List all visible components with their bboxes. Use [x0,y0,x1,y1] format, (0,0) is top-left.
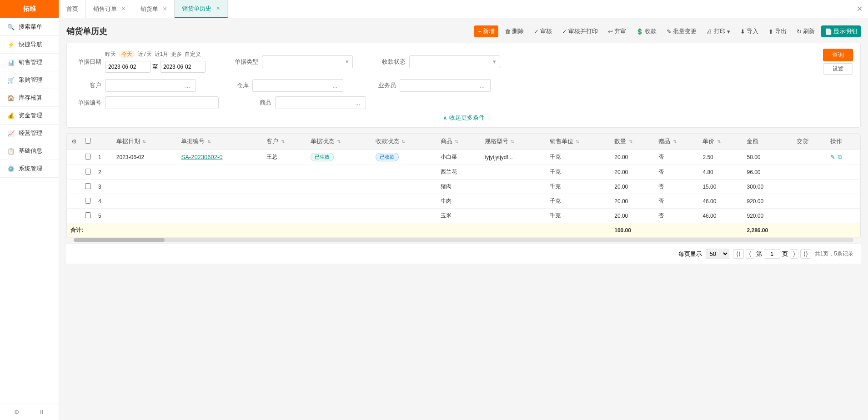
salesperson-input[interactable] [404,82,478,89]
date-quick-today[interactable]: 今天 [119,50,135,58]
th-gift[interactable]: 赠品 ⇅ [655,134,699,150]
sidebar-settings-icon[interactable]: ⚙ [14,409,20,415]
collapse-button[interactable]: ∧ 收起更多条件 [443,114,485,122]
page-prev-button[interactable]: ⟨ [746,249,754,259]
doc-type-input-wrap[interactable]: ▾ [262,55,353,68]
gear-icon[interactable]: ⚙ [71,138,77,145]
tab-sales-order-close[interactable]: ✕ [121,6,125,12]
settings-button[interactable]: 设置 [823,63,853,75]
tab-home[interactable]: 首页 [59,0,86,18]
date-quick-7days[interactable]: 近7天 [138,50,152,58]
warehouse-input-wrap[interactable]: ... [252,79,343,92]
batch-change-label: 批量变更 [673,27,697,35]
th-doc-status[interactable]: 单据状态 ⇅ [307,134,372,150]
tab-sales-goods[interactable]: 销货单 ✕ [133,0,175,18]
page-number-input[interactable] [764,249,780,259]
goods-input[interactable] [279,100,353,106]
row-customer: 王总 [263,150,307,165]
salesperson-input-wrap[interactable]: ... [400,79,491,92]
th-spec[interactable]: 规格型号 ⇅ [481,134,546,150]
import-button[interactable]: ⬇ 导入 [737,25,762,37]
th-doc-no[interactable]: 单据编号 ⇅ [177,134,263,150]
print-label: 打印 [714,27,726,35]
payment-status-input-wrap[interactable]: ▾ [409,55,500,68]
th-customer[interactable]: 客户 ⇅ [263,134,307,150]
row-goods: 猪肉 [437,180,481,194]
goods-ellipsis[interactable]: ... [353,100,362,106]
row-goods: 牛肉 [437,194,481,209]
refresh-button[interactable]: ↻ 刷新 [793,25,818,37]
sidebar-item-operations-mgmt[interactable]: 📈 经营管理 [0,125,59,142]
date-quick-more[interactable]: 更多 [171,50,182,58]
audit-print-button[interactable]: ✓ 审核并打印 [558,25,602,37]
customer-input[interactable] [109,82,183,89]
sidebar-collapse-icon[interactable]: ⏸ [39,409,45,415]
page-last-button[interactable]: ⟩⟩ [800,249,811,259]
page-size-select[interactable]: 20 50 100 [706,249,729,259]
row-checkbox[interactable] [85,198,91,204]
add-button[interactable]: + 新增 [474,25,498,37]
row-unit-price: 4.80 [699,165,743,180]
th-doc-date[interactable]: 单据日期 ⇅ [113,134,178,150]
row-amount: 920.00 [743,194,793,209]
sidebar-item-purchase-mgmt[interactable]: 🛒 采购管理 [0,71,59,89]
th-unit-price[interactable]: 单价 ⇅ [699,134,743,150]
th-unit[interactable]: 销售单位 ⇅ [546,134,611,150]
sidebar-item-sales-mgmt[interactable]: 📊 销售管理 [0,54,59,71]
show-detail-label: 显示明细 [833,27,857,35]
tab-sales-history[interactable]: 销货单历史 ✕ [175,0,228,18]
th-qty[interactable]: 数量 ⇅ [611,134,655,150]
customer-ellipsis[interactable]: ... [183,82,192,89]
salesperson-label: 业务员 [369,81,396,90]
select-all-checkbox[interactable] [85,138,91,144]
payment-status-input[interactable] [413,59,493,65]
tab-sales-order-label: 销售订单 [93,5,117,13]
tab-sales-goods-close[interactable]: ✕ [163,6,167,12]
doc-no-input[interactable] [105,96,219,109]
date-from-input[interactable] [105,61,151,73]
audit-button[interactable]: ✓ 审核 [530,25,556,37]
sidebar-item-basic-info[interactable]: 📋 基础信息 [0,142,59,160]
customer-input-wrap[interactable]: ... [105,79,196,92]
summary-empty5 [827,223,860,238]
date-quick-custom[interactable]: 自定义 [185,50,201,58]
sidebar-item-system-mgmt[interactable]: ⚙️ 系统管理 [0,160,59,178]
sidebar-item-search-menu[interactable]: 🔍 搜索菜单 [0,18,59,36]
row-checkbox[interactable] [85,154,91,160]
row-edit-btn[interactable]: ✎ [830,154,835,161]
date-quick-1month[interactable]: 近1月 [155,50,169,58]
print-button[interactable]: 🖨 打印 ▾ [703,25,734,37]
row-checkbox[interactable] [85,183,91,189]
salesperson-ellipsis[interactable]: ... [478,82,487,89]
th-goods[interactable]: 商品 ⇅ [437,134,481,150]
tab-sales-history-close[interactable]: ✕ [216,5,220,11]
batch-change-button[interactable]: ✎ 批量变更 [663,25,700,37]
row-copy-btn[interactable]: ⧉ [838,154,842,161]
page-next-button[interactable]: ⟩ [790,249,798,259]
show-detail-button[interactable]: 📄 显示明细 [821,25,861,37]
date-quick-yesterday[interactable]: 昨天 [105,50,116,58]
abandon-button[interactable]: ↩ 弃审 [604,25,630,37]
collect-button[interactable]: 💲 收款 [632,25,660,37]
warehouse-input[interactable] [256,82,331,89]
close-all-tabs[interactable]: ✕ [851,5,868,13]
sidebar-item-quick-nav[interactable]: ⚡ 快捷导航 [0,36,59,54]
export-button[interactable]: ⬆ 导出 [765,25,790,37]
doc-no-link[interactable]: SA-20230602-0 [181,154,222,160]
date-to-input[interactable] [160,61,206,73]
show-detail-icon: 📄 [825,28,832,35]
page-first-button[interactable]: ⟨⟨ [733,249,744,259]
warehouse-ellipsis[interactable]: ... [331,82,339,89]
goods-input-wrap[interactable]: ... [275,96,366,109]
delete-button[interactable]: 🗑 删除 [501,25,527,37]
query-button[interactable]: 查询 [823,49,853,61]
row-checkbox[interactable] [85,169,91,175]
th-customer-label: 客户 [266,138,278,145]
table-scrollbar[interactable] [74,238,853,242]
tab-sales-order[interactable]: 销售订单 ✕ [86,0,133,18]
th-pay-status[interactable]: 收款状态 ⇅ [372,134,437,150]
sidebar-item-finance-mgmt[interactable]: 💰 资金管理 [0,107,59,125]
doc-type-input[interactable] [266,59,346,65]
sidebar-item-inventory-calc[interactable]: 🏠 库存核算 [0,89,59,107]
row-checkbox[interactable] [85,212,91,218]
